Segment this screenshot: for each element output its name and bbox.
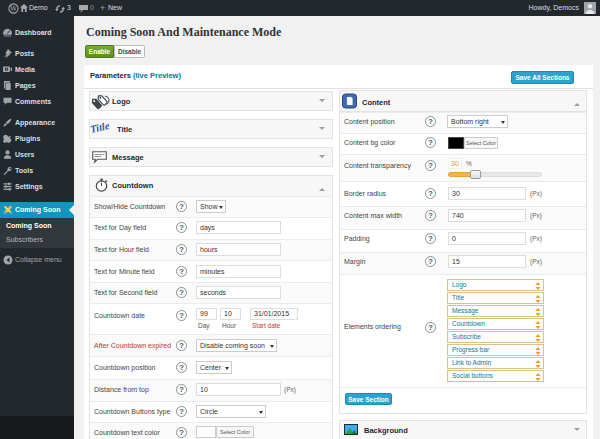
svg-text:W: W <box>10 4 17 13</box>
